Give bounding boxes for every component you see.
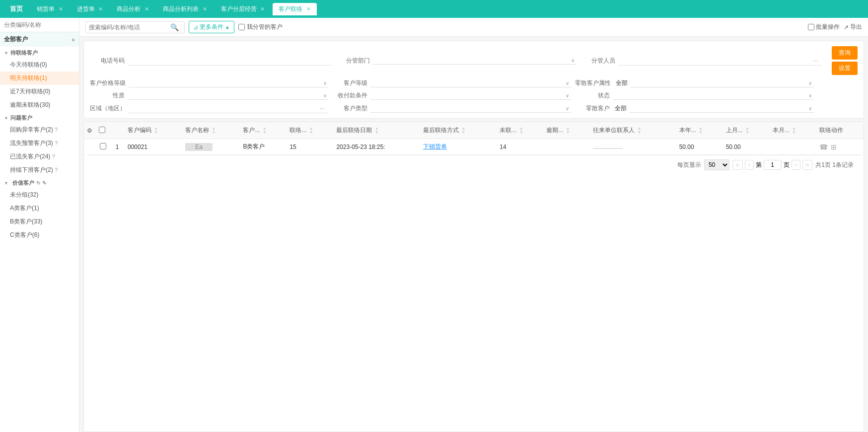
status-chevron-icon: ∨ (808, 93, 812, 98)
toolbar-search-icon[interactable]: 🔍 (170, 23, 179, 31)
col-this-month[interactable]: 本月... ▲▼ (770, 122, 816, 139)
price-level-select[interactable]: ∨ (129, 79, 329, 87)
sidebar-item-today-contact[interactable]: 今天待联络(0) (0, 58, 79, 72)
col-customer-type[interactable]: 客户... ▲▼ (240, 122, 287, 139)
row-this-month (770, 139, 816, 155)
table-scroll[interactable]: ⚙ 客户编码 ▲▼ 客户名称 ▲▼ (84, 122, 864, 155)
row-no-contact: 14 (497, 139, 543, 155)
sidebar-search-area: 🔍 (0, 18, 79, 32)
nav-customer-contact[interactable]: 客户联络 ✕ (273, 3, 317, 15)
close-purchase-icon[interactable]: ✕ (98, 6, 103, 12)
col-this-year[interactable]: 本年... ▲▼ (676, 122, 723, 139)
batch-op-checkbox[interactable] (808, 24, 814, 30)
search-input[interactable] (89, 24, 168, 31)
set-button[interactable]: 设置 (832, 62, 858, 75)
nav-home[interactable]: 首页 (4, 2, 29, 15)
per-page-select[interactable]: 50 100 200 (704, 159, 729, 170)
retail-attr-select[interactable]: ∨ (631, 79, 814, 87)
data-table: ⚙ 客户编码 ▲▼ 客户名称 ▲▼ (84, 122, 864, 155)
export-button[interactable]: ↗ 导出 (844, 23, 862, 31)
next-page-button[interactable]: › (792, 160, 800, 170)
phone-action-icon[interactable]: ☎ (819, 143, 828, 151)
first-page-button[interactable]: « (732, 160, 743, 170)
nav-customer-tier[interactable]: 客户分层经营 ✕ (215, 3, 271, 15)
my-customer-label: 我分管的客户 (247, 23, 283, 31)
sidebar-group-problem-customers: 问题客户 (0, 112, 79, 123)
customer-level-select[interactable]: ∨ (370, 79, 572, 87)
more-filter-button[interactable]: ⊿ 更多条件 ▲ (189, 21, 234, 33)
col-unit-contact[interactable]: 往来单位联系人 ▲▼ (590, 122, 676, 139)
sidebar-item-ungrouped[interactable]: 未分组(32) (0, 188, 79, 202)
unit-contact-masked (593, 148, 623, 149)
prev-page-button[interactable]: ‹ (745, 160, 754, 170)
table-row: 1 000021 Ea B类客户 15 2023-05-23 18:25: 下销… (84, 139, 864, 155)
page-input[interactable] (764, 160, 782, 170)
page-unit: 页 (784, 161, 790, 169)
close-goods-analysis-icon[interactable]: ✕ (145, 6, 149, 12)
sort-last-month-icon: ▲▼ (745, 127, 749, 135)
payment-terms-select[interactable]: ∨ (370, 92, 572, 100)
row-select-checkbox[interactable] (100, 143, 106, 149)
my-customer-checkbox[interactable] (238, 24, 245, 30)
sidebar-item-churn-warning[interactable]: 流失预警客户(3) ? (0, 137, 79, 150)
nav-sales[interactable]: 销货单 ✕ (31, 3, 69, 15)
row-customer-code: 000021 (125, 139, 182, 155)
sidebar-item-overdue-contact[interactable]: 逾期未联络(30) (0, 98, 79, 112)
sidebar-item-class-c[interactable]: C类客户(6) (0, 228, 79, 242)
sidebar-item-tomorrow-contact[interactable]: 明天待联络(1) (0, 72, 79, 85)
col-overdue[interactable]: 逾期... ▲▼ (543, 122, 590, 139)
sidebar-group-value-customers: 价值客户 ↻✎ (0, 177, 79, 188)
row-num: 1 (110, 139, 125, 155)
col-customer-code[interactable]: 客户编码 ▲▼ (125, 122, 182, 139)
col-gear[interactable]: ⚙ (84, 122, 96, 139)
nav-goods-analysis[interactable]: 商品分析 ✕ (111, 3, 155, 15)
row-overdue (543, 139, 590, 155)
filter-status: 状态 ∨ (575, 91, 814, 100)
sidebar-item-class-a[interactable]: A类客户(1) (0, 202, 79, 215)
select-all-checkbox[interactable] (99, 127, 105, 133)
sidebar-item-declining[interactable]: 持续下滑客户(2) ? (0, 163, 79, 177)
nav-purchase[interactable]: 进货单 ✕ (71, 3, 109, 15)
toolbar-right: 批量操作 ↗ 导出 (808, 23, 862, 31)
sort-overdue-icon: ▲▼ (566, 127, 570, 135)
sidebar-item-7days-contact[interactable]: 近7天待联络(0) (0, 85, 79, 98)
col-last-month[interactable]: 上月... ▲▼ (723, 122, 770, 139)
sidebar-all-customers[interactable]: 全部客户 « (0, 32, 79, 47)
col-customer-name[interactable]: 客户名称 ▲▼ (182, 122, 240, 139)
close-sales-icon[interactable]: ✕ (59, 6, 63, 12)
close-customer-tier-icon[interactable]: ✕ (260, 6, 265, 12)
sidebar-item-class-b[interactable]: B类客户(33) (0, 215, 79, 228)
nature-select[interactable]: ∨ (128, 92, 329, 100)
batch-op-label: 批量操作 (816, 23, 840, 31)
col-contact[interactable]: 联络... ▲▼ (287, 122, 333, 139)
status-select[interactable]: ∨ (613, 92, 814, 100)
close-customer-contact-icon[interactable]: ✕ (306, 6, 311, 12)
close-goods-analysis-list-icon[interactable]: ✕ (203, 6, 207, 12)
sidebar-item-churned[interactable]: 已流失客户(24) ? (0, 150, 79, 163)
query-button[interactable]: 查询 (832, 46, 858, 60)
sidebar-item-abnormal-repurchase[interactable]: 回购异常客户(2) ? (0, 123, 79, 137)
phone-input[interactable] (128, 56, 331, 66)
sort-no-contact-icon: ▲▼ (519, 127, 523, 135)
person-ellipsis[interactable]: ··· (811, 57, 820, 64)
my-customer-checkbox-area[interactable]: 我分管的客户 (238, 23, 283, 31)
table-area: ⚙ 客户编码 ▲▼ 客户名称 ▲▼ (83, 122, 864, 432)
col-no-contact[interactable]: 未联... ▲▼ (497, 122, 543, 139)
nav-goods-analysis-list[interactable]: 商品分析列表 ✕ (157, 3, 213, 15)
row-contact: 15 (287, 139, 333, 155)
filter-row-3: 性质 ∨ 收付款条件 ∨ 状态 ∨ (90, 91, 858, 100)
customer-type-select[interactable]: ∨ (370, 105, 572, 113)
sidebar-search-input[interactable] (4, 21, 78, 28)
sidebar: 🔍 全部客户 « 待联络客户 今天待联络(0) 明天待联络(1) 近7天待联络(… (0, 18, 79, 432)
top-nav: 首页 销货单 ✕ 进货单 ✕ 商品分析 ✕ 商品分析列表 ✕ 客户分层经营 ✕ … (0, 0, 868, 18)
col-last-contact-method[interactable]: 最后联络方式 ▲▼ (420, 122, 497, 139)
retail-customer-select[interactable]: ∨ (630, 105, 814, 113)
grid-action-icon[interactable]: ⊞ (831, 143, 837, 151)
batch-op-button[interactable]: 批量操作 (808, 23, 840, 31)
sort-customer-name-icon: ▲▼ (212, 127, 216, 135)
last-page-button[interactable]: » (802, 160, 813, 170)
last-contact-method-link[interactable]: 下销货单 (423, 143, 447, 150)
dept-select[interactable]: ∨ (373, 57, 577, 65)
col-last-contact-date[interactable]: 最后联络日期 ▲▼ (333, 122, 420, 139)
region-ellipsis[interactable]: ··· (318, 105, 327, 112)
